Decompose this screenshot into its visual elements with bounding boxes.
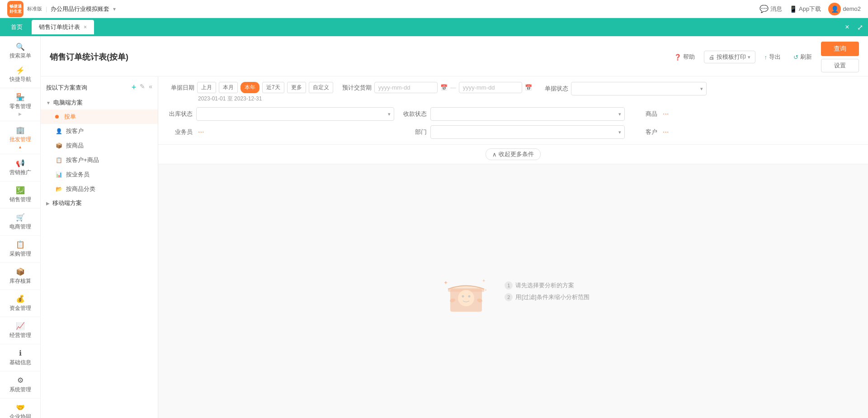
scheme-group-mobile-header[interactable]: ▶ 移动端方案 xyxy=(41,196,158,210)
sidebar-item-finance[interactable]: 💰 资金管理 xyxy=(0,290,40,317)
marketing-icon: 📢 xyxy=(16,159,25,167)
scheme-group-pc: ▼ 电脑端方案 按单 👤 按客户 📦 按商品 xyxy=(41,96,158,196)
staff-ellipsis[interactable]: ··· xyxy=(196,128,206,136)
export-icon: ↑ xyxy=(764,54,768,61)
help-btn[interactable]: ❓ 帮助 xyxy=(670,51,698,63)
scheme-panel: 按以下方案查询 + ✎ « ▼ 电脑端方案 按单 xyxy=(41,76,158,418)
message-btn[interactable]: 💬 消息 xyxy=(760,5,782,13)
scheme-item-by-product[interactable]: 📦 按商品 xyxy=(41,138,158,153)
print-btn[interactable]: 🖨 按模板打印 ▾ xyxy=(704,51,755,63)
status-select[interactable]: 全部 待审核 已审核 已完成 xyxy=(571,82,707,95)
dept-filter: 部门 全部 xyxy=(398,125,628,139)
sidebar-item-inventory[interactable]: 📦 库存核算 xyxy=(0,263,40,290)
message-label: 消息 xyxy=(770,5,782,13)
refresh-label: 刷新 xyxy=(800,53,812,61)
set-button[interactable]: 设置 xyxy=(821,59,859,72)
quick-nav-icon: ⚡ xyxy=(16,66,25,75)
window-controls: × ⤢ xyxy=(843,23,864,32)
export-btn[interactable]: ↑ 导出 xyxy=(761,51,785,63)
export-label: 导出 xyxy=(769,53,781,61)
finance-icon: 💰 xyxy=(16,294,25,303)
sidebar-item-wholesale[interactable]: 🏢 批发管理 ▲ xyxy=(0,121,40,154)
sidebar-item-basic[interactable]: ℹ 基础信息 xyxy=(0,344,40,371)
active-scheme-dot xyxy=(55,115,59,119)
scheme-by-customer-label: 按客户 xyxy=(66,127,84,135)
filter-row-1: 单据日期 上月 本月 本年 近7天 更多 自定义 2023-01-01 至 20… xyxy=(167,82,859,103)
date-btn-this-year[interactable]: 本年 xyxy=(241,82,259,93)
sidebar-item-ecommerce[interactable]: 🛒 电商管理 xyxy=(0,209,40,236)
sidebar-item-sales[interactable]: 💹 销售管理 xyxy=(0,181,40,209)
date-btn-7days[interactable]: 近7天 xyxy=(262,82,284,93)
staff-label: 业务员 xyxy=(167,128,193,136)
svg-text:✦: ✦ xyxy=(443,280,448,286)
expected-date-filter: 预计交货期 📅 — 📅 xyxy=(342,82,532,93)
minimize-btn[interactable]: × xyxy=(843,23,852,32)
date-btn-last-month[interactable]: 上月 xyxy=(197,82,216,93)
purchase-icon: 📋 xyxy=(16,240,25,249)
maximize-btn[interactable]: ⤢ xyxy=(855,23,864,32)
date-btn-this-month[interactable]: 本月 xyxy=(219,82,238,93)
ecommerce-label: 电商管理 xyxy=(9,223,31,231)
help-label: 帮助 xyxy=(683,53,695,61)
date-cal-icon1[interactable]: 📅 xyxy=(440,84,448,91)
date-cal-icon2[interactable]: 📅 xyxy=(525,84,532,91)
tab-home[interactable]: 首页 xyxy=(4,20,30,34)
mobile-group-triangle: ▶ xyxy=(46,201,50,206)
retail-icon: 🏪 xyxy=(16,93,25,101)
cooperation-label: 企业协同 xyxy=(9,413,31,418)
status-select-wrap: 全部 待审核 已审核 已完成 xyxy=(571,82,707,95)
sidebar-item-purchase[interactable]: 📋 采购管理 xyxy=(0,236,40,263)
receipt-status-select[interactable]: 全部 未收款 部分收款 已收款 xyxy=(430,107,625,121)
mobile-group-label: 移动端方案 xyxy=(52,199,82,207)
scheme-collapse-btn[interactable]: « xyxy=(149,83,152,92)
product-ellipsis[interactable]: ··· xyxy=(661,110,670,118)
empty-content: ✦ ✦ ✦ 1 请先选择要分析的方案 2 xyxy=(437,262,589,321)
expected-date-start[interactable] xyxy=(374,82,438,93)
scheme-add-btn[interactable]: + xyxy=(132,83,137,92)
tab-sales-order-stats[interactable]: 销售订单统计表 × xyxy=(32,20,94,34)
date-filter-section: 单据日期 上月 本月 本年 近7天 更多 自定义 2023-01-01 至 20… xyxy=(167,82,333,103)
sidebar-item-marketing[interactable]: 📢 营销推广 xyxy=(0,154,40,181)
filter-area: 单据日期 上月 本月 本年 近7天 更多 自定义 2023-01-01 至 20… xyxy=(158,76,868,145)
app-download-btn[interactable]: 📱 App下载 xyxy=(789,5,821,13)
scheme-group-pc-header[interactable]: ▼ 电脑端方案 xyxy=(41,96,158,109)
scheme-by-product-icon: 📦 xyxy=(55,142,62,149)
brand-label: 标准版 xyxy=(27,5,42,12)
app-download-label: App下载 xyxy=(799,5,821,13)
scheme-item-by-category[interactable]: 📂 按商品分类 xyxy=(41,182,158,196)
user-name: demo2 xyxy=(843,5,861,12)
dept-select[interactable]: 全部 xyxy=(430,125,625,139)
date-label: 单据日期 xyxy=(167,84,194,92)
message-icon: 💬 xyxy=(760,5,769,13)
topbar-left: 畅捷通好生意 标准版 | 办公用品行业模拟账套 ▾ xyxy=(7,1,116,17)
scheme-item-by-staff[interactable]: 📊 按业务员 xyxy=(41,167,158,182)
filter-layout: 按以下方案查询 + ✎ « ▼ 电脑端方案 按单 xyxy=(41,76,868,418)
date-btn-custom[interactable]: 自定义 xyxy=(309,82,333,93)
search-menu-btn[interactable]: 🔍 搜索菜单 xyxy=(9,40,31,62)
filter-row-3: 业务员 ··· 部门 全部 xyxy=(167,125,859,139)
expected-date-end[interactable] xyxy=(459,82,522,93)
page-header: 销售订单统计表(按单) ❓ 帮助 🖨 按模板打印 ▾ ↑ 导出 ↺ 刷新 xyxy=(41,36,868,76)
sidebar-item-system[interactable]: ⚙ 系统管理 xyxy=(0,371,40,399)
user-avatar[interactable]: 👤 demo2 xyxy=(828,3,861,15)
quick-nav-btn[interactable]: ⚡ 快捷导航 xyxy=(9,63,31,86)
refresh-btn[interactable]: ↺ 刷新 xyxy=(790,51,816,63)
scheme-item-by-customer-product[interactable]: 📋 按客户+商品 xyxy=(41,153,158,167)
workspace-arrow[interactable]: ▾ xyxy=(113,6,116,12)
sidebar-item-cooperation[interactable]: 🤝 企业协同 xyxy=(0,399,40,418)
out-status-select[interactable]: 全部 未出库 部分出库 已出库 xyxy=(196,107,394,121)
sidebar-item-retail[interactable]: 🏪 零售管理 ▶ xyxy=(0,88,40,121)
scheme-item-by-customer[interactable]: 👤 按客户 xyxy=(41,124,158,138)
collapse-btn[interactable]: ∧ 收起更多条件 xyxy=(486,148,541,160)
wholesale-label: 批发管理 xyxy=(9,136,31,143)
customer-ellipsis[interactable]: ··· xyxy=(661,128,670,136)
sidebar-item-operation[interactable]: 📈 经营管理 xyxy=(0,317,40,344)
tab-close-icon[interactable]: × xyxy=(84,24,87,30)
scheme-edit-btn[interactable]: ✎ xyxy=(140,83,145,92)
scheme-item-by-order[interactable]: 按单 xyxy=(41,109,158,124)
finance-label: 资金管理 xyxy=(9,304,31,312)
query-button[interactable]: 查询 xyxy=(821,42,859,56)
home-tab-label: 首页 xyxy=(11,23,23,31)
date-btn-more[interactable]: 更多 xyxy=(287,82,306,93)
empty-state: 1 请先选择要分析的方案 2 用[过滤]条件来缩小分析范围 xyxy=(505,281,589,301)
